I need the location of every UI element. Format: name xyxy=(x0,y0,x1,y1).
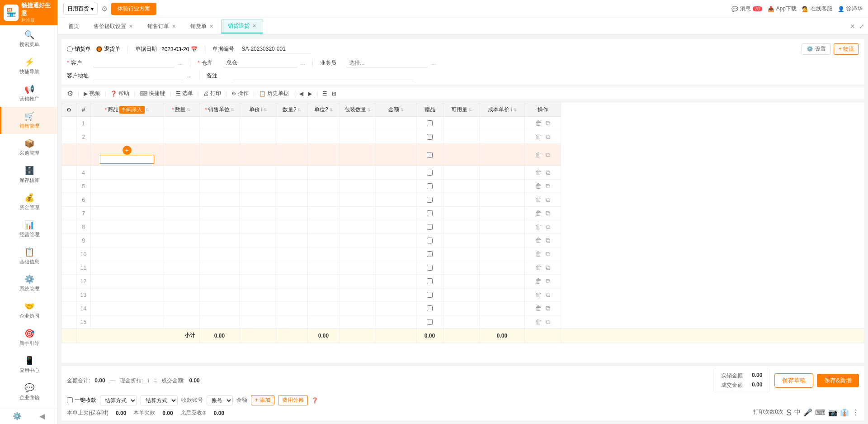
row-unit-col[interactable] xyxy=(199,207,240,220)
sidebar-item-purchase[interactable]: 📦采购管理 xyxy=(0,134,57,161)
row-qty2-col[interactable] xyxy=(276,302,308,315)
row-copy-btn[interactable]: ⧉ xyxy=(544,151,552,159)
row-amount-col[interactable] xyxy=(376,248,416,261)
row-unit2-col[interactable] xyxy=(308,180,340,193)
row-qty-col[interactable] xyxy=(163,130,199,144)
row-qty-col[interactable] xyxy=(163,288,199,302)
row-qty-col[interactable] xyxy=(163,166,199,180)
row-unit-col[interactable] xyxy=(199,220,240,234)
row-copy-btn[interactable]: ⧉ xyxy=(544,196,552,204)
gift-checkbox-10[interactable] xyxy=(427,251,433,257)
discount-info-icon[interactable]: ℹ xyxy=(147,378,149,384)
row-unit2-col[interactable] xyxy=(308,315,340,329)
sidebar-item-finance[interactable]: 💰资金管理 xyxy=(0,188,57,215)
add-row-btn[interactable]: + xyxy=(123,146,132,155)
row-unit-col[interactable] xyxy=(199,248,240,261)
row-unit-col[interactable] xyxy=(199,261,240,275)
settings-bottom-icon[interactable]: ⚙️ xyxy=(13,412,22,420)
row-pack-col[interactable] xyxy=(340,117,376,130)
gift-checkbox-12[interactable] xyxy=(427,278,433,284)
row-unit2-col[interactable] xyxy=(308,144,340,166)
row-delete-btn[interactable]: 🗑 xyxy=(534,169,543,176)
row-price-col[interactable] xyxy=(240,234,276,248)
row-copy-btn[interactable]: ⧉ xyxy=(544,250,552,258)
sort-qty-icon[interactable]: ⇅ xyxy=(187,107,190,112)
row-pack-col[interactable] xyxy=(340,144,376,166)
row-gift-col[interactable] xyxy=(416,207,443,220)
sidebar-item-marketing[interactable]: 📢营销推广 xyxy=(0,80,57,107)
row-gift-col[interactable] xyxy=(416,166,443,180)
salesperson-ellipsis[interactable]: ... xyxy=(431,60,436,66)
row-unit-col[interactable] xyxy=(199,144,240,166)
row-amount-col[interactable] xyxy=(376,261,416,275)
sidebar-item-inventory[interactable]: 🗄️库存核算 xyxy=(0,161,57,188)
gift-checkbox-8[interactable] xyxy=(427,224,433,230)
row-avail-col[interactable] xyxy=(443,261,480,275)
row-gift-col[interactable] xyxy=(416,193,443,207)
mic-icon[interactable]: 🎤 xyxy=(803,408,812,418)
settings-col-icon[interactable]: ⚙ xyxy=(67,89,73,98)
row-delete-btn[interactable]: 🗑 xyxy=(534,133,543,140)
row-copy-btn[interactable]: ⧉ xyxy=(544,133,552,141)
row-pack-col[interactable] xyxy=(340,261,376,275)
save-draft-btn[interactable]: 保存草稿 xyxy=(774,373,813,388)
sidebar-item-wechat[interactable]: 💬企业微信 xyxy=(0,378,57,405)
row-avail-col[interactable] xyxy=(443,302,480,315)
row-amount-col[interactable] xyxy=(376,144,416,166)
row-price-col[interactable] xyxy=(240,193,276,207)
sort-unit2-icon[interactable]: ⇅ xyxy=(329,107,333,112)
row-delete-btn[interactable]: 🗑 xyxy=(534,291,543,298)
row-gift-col[interactable] xyxy=(416,315,443,329)
row-cost-col[interactable] xyxy=(480,248,525,261)
row-amount-col[interactable] xyxy=(376,275,416,288)
row-cost-col[interactable] xyxy=(480,288,525,302)
row-price-col[interactable] xyxy=(240,180,276,193)
row-avail-col[interactable] xyxy=(443,193,480,207)
row-pack-col[interactable] xyxy=(340,275,376,288)
row-qty2-col[interactable] xyxy=(276,117,308,130)
row-cost-col[interactable] xyxy=(480,275,525,288)
row-unit2-col[interactable] xyxy=(308,288,340,302)
row-cost-col[interactable] xyxy=(480,207,525,220)
row-cost-col[interactable] xyxy=(480,315,525,329)
row-qty2-col[interactable] xyxy=(276,144,308,166)
row-unit2-col[interactable] xyxy=(308,130,340,144)
row-amount-col[interactable] xyxy=(376,315,416,329)
row-copy-btn[interactable]: ⧉ xyxy=(544,237,552,244)
close-tab-icon[interactable]: ✕ xyxy=(850,23,855,30)
row-qty2-col[interactable] xyxy=(276,288,308,302)
sidebar-item-system[interactable]: ⚙️系统管理 xyxy=(0,270,57,297)
experience-btn[interactable]: 体验行业方案 xyxy=(111,3,156,15)
salesperson-input[interactable] xyxy=(346,59,428,67)
row-avail-col[interactable] xyxy=(443,166,480,180)
tab-close-price-setting[interactable]: ✕ xyxy=(129,24,133,29)
row-delete-btn[interactable]: 🗑 xyxy=(534,223,543,230)
row-gift-col[interactable] xyxy=(416,234,443,248)
online-service-btn[interactable]: 💁 在线客服 xyxy=(802,5,832,13)
row-cost-col[interactable] xyxy=(480,220,525,234)
row-cost-col[interactable] xyxy=(480,144,525,166)
row-gift-col[interactable] xyxy=(416,302,443,315)
row-qty-col[interactable] xyxy=(163,193,199,207)
row-qty2-col[interactable] xyxy=(276,275,308,288)
row-product-col[interactable] xyxy=(91,234,163,248)
row-product-col[interactable] xyxy=(91,193,163,207)
row-amount-col[interactable] xyxy=(376,207,416,220)
row-qty-col[interactable] xyxy=(163,180,199,193)
row-copy-btn[interactable]: ⧉ xyxy=(544,291,552,299)
address-input[interactable] xyxy=(93,71,184,80)
row-gift-col[interactable] xyxy=(416,117,443,130)
customer-ellipsis[interactable]: ... xyxy=(178,60,183,66)
row-cost-col[interactable] xyxy=(480,302,525,315)
toolbar-help[interactable]: ❓ 帮助 xyxy=(110,90,129,97)
tab-sales-return[interactable]: 销货退货 ✕ xyxy=(221,19,263,33)
row-pack-col[interactable] xyxy=(340,302,376,315)
row-delete-btn[interactable]: 🗑 xyxy=(534,210,543,217)
payment-method-select[interactable]: 结算方式 xyxy=(100,395,137,405)
row-cost-col[interactable] xyxy=(480,180,525,193)
product-input-add[interactable] xyxy=(100,155,154,164)
sidebar-item-enterprise[interactable]: 🤝企业协同 xyxy=(0,297,57,324)
table-scroll[interactable]: ⚙ # * 商品 扫码录入 ⇅ xyxy=(61,103,864,363)
row-pack-col[interactable] xyxy=(340,288,376,302)
row-unit-col[interactable] xyxy=(199,315,240,329)
